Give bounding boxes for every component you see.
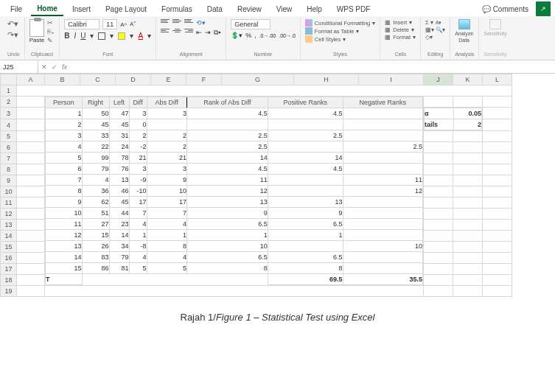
cell[interactable]: 78 <box>109 153 129 164</box>
col-H[interactable]: H <box>294 74 359 85</box>
tab-home[interactable]: Home <box>31 2 63 16</box>
orientation-button[interactable]: ⟲▾ <box>196 19 206 27</box>
spreadsheet-grid[interactable]: A B C D E F G H I J K L 1 2 Person Right… <box>0 74 555 297</box>
cell[interactable]: 4 <box>147 219 186 230</box>
cell[interactable]: 31 <box>109 130 129 141</box>
cell[interactable]: 2.5 <box>343 141 423 153</box>
fill-color-button[interactable] <box>118 32 125 40</box>
analyze-data-button[interactable]: Analyze Data <box>455 19 473 43</box>
cell[interactable]: 47 <box>109 108 129 119</box>
sensitivity-button[interactable]: Sensitivity <box>484 19 507 36</box>
cell[interactable] <box>343 208 423 219</box>
row-4[interactable]: 4 <box>1 119 17 131</box>
col-F[interactable]: F <box>186 74 222 85</box>
font-color-button[interactable]: A <box>138 32 143 40</box>
tab-wps-pdf[interactable]: WPS PDF <box>331 3 377 15</box>
cell[interactable]: 4 <box>46 141 83 153</box>
cell[interactable] <box>343 153 423 164</box>
cell[interactable]: 22 <box>82 141 109 153</box>
column-headers[interactable]: A B C D E F G H I J K L <box>1 74 512 85</box>
cell[interactable]: 3 <box>147 108 186 119</box>
cell[interactable]: 79 <box>109 252 129 263</box>
cell[interactable]: 9 <box>147 175 186 186</box>
cell[interactable]: 2.5 <box>186 130 268 141</box>
copy-button[interactable]: ⎘▾ <box>47 28 55 35</box>
row-17[interactable]: 17 <box>1 264 17 275</box>
col-J[interactable]: J <box>424 74 453 85</box>
cell[interactable]: 5 <box>147 263 186 274</box>
cell[interactable]: 7 <box>129 208 147 219</box>
align-left-button[interactable] <box>161 29 170 35</box>
cell[interactable]: 45 <box>109 197 129 208</box>
cell[interactable]: 44 <box>109 208 129 219</box>
cell[interactable]: 13 <box>46 241 83 252</box>
insert-cells-button[interactable]: ▦Insert ▾ <box>385 19 412 26</box>
cell[interactable]: 8 <box>147 241 186 252</box>
cell[interactable]: 1 <box>186 230 268 241</box>
cell[interactable]: 3 <box>129 164 147 175</box>
cell[interactable] <box>268 175 343 186</box>
cell[interactable]: 86 <box>82 263 109 274</box>
cell[interactable]: 17 <box>129 197 147 208</box>
cell[interactable]: 8 <box>268 263 343 274</box>
cell[interactable]: 6.5 <box>268 252 343 263</box>
clear-button[interactable]: ◇▾ <box>425 34 433 41</box>
row-14[interactable]: 14 <box>1 231 17 242</box>
cell[interactable] <box>343 119 423 130</box>
cell[interactable]: 14 <box>186 153 268 164</box>
cell[interactable]: 11 <box>186 175 268 186</box>
cell[interactable]: 4 <box>82 175 109 186</box>
cell[interactable]: -9 <box>129 175 147 186</box>
underline-button[interactable]: U <box>80 32 85 40</box>
row-8[interactable]: 8 <box>1 164 17 175</box>
cell[interactable] <box>343 219 423 230</box>
cell[interactable]: 14 <box>46 252 83 263</box>
cell[interactable] <box>343 197 423 208</box>
cell[interactable] <box>343 252 423 263</box>
name-box[interactable]: J25 <box>0 60 38 73</box>
cell[interactable] <box>343 130 423 141</box>
cut-button[interactable]: ✂ <box>47 19 55 27</box>
row-16[interactable]: 16 <box>1 253 17 264</box>
cell[interactable] <box>343 263 423 274</box>
indent-decrease-button[interactable]: ⇤ <box>196 29 202 37</box>
decrease-decimal-button[interactable]: .00→.0 <box>279 33 296 38</box>
row-19[interactable]: 19 <box>1 286 17 297</box>
cell[interactable]: 2 <box>147 130 186 141</box>
cell[interactable]: 14 <box>109 230 129 241</box>
cell[interactable] <box>147 119 186 130</box>
cell[interactable]: 45 <box>82 119 109 130</box>
cell[interactable] <box>186 119 268 130</box>
tab-file[interactable]: File <box>4 3 28 15</box>
cell[interactable]: 2 <box>46 119 83 130</box>
cell[interactable]: 50 <box>82 108 109 119</box>
cell[interactable]: 10 <box>147 186 186 197</box>
cell[interactable]: 45 <box>109 119 129 130</box>
cell[interactable] <box>343 164 423 175</box>
indent-increase-button[interactable]: ⇥ <box>205 29 211 37</box>
row-2[interactable]: 2 <box>1 97 17 108</box>
cell[interactable]: 26 <box>82 241 109 252</box>
col-K[interactable]: K <box>453 74 483 85</box>
cell[interactable]: 1 <box>129 230 147 241</box>
cell[interactable]: 5 <box>129 263 147 274</box>
tab-page-layout[interactable]: Page Layout <box>100 3 153 15</box>
undo-button[interactable]: ↶▾ <box>7 19 18 29</box>
comments-button[interactable]: 💬 Comments <box>482 5 528 13</box>
row-13[interactable]: 13 <box>1 220 17 231</box>
cell[interactable]: 9 <box>268 208 343 219</box>
cell[interactable]: 1 <box>147 230 186 241</box>
align-bottom-button[interactable] <box>184 19 193 26</box>
col-G[interactable]: G <box>222 74 294 85</box>
cell[interactable]: 1 <box>268 230 343 241</box>
cell[interactable]: 12 <box>46 230 83 241</box>
cell[interactable]: 15 <box>46 263 83 274</box>
tab-formulas[interactable]: Formulas <box>156 3 198 15</box>
cell[interactable]: 6.5 <box>186 219 268 230</box>
cell[interactable]: 4.5 <box>186 108 268 119</box>
decrease-font-button[interactable]: A˅ <box>130 21 136 27</box>
cell[interactable]: 1 <box>46 108 83 119</box>
cell[interactable]: 27 <box>82 219 109 230</box>
cell[interactable] <box>343 230 423 241</box>
cell[interactable]: 76 <box>109 164 129 175</box>
